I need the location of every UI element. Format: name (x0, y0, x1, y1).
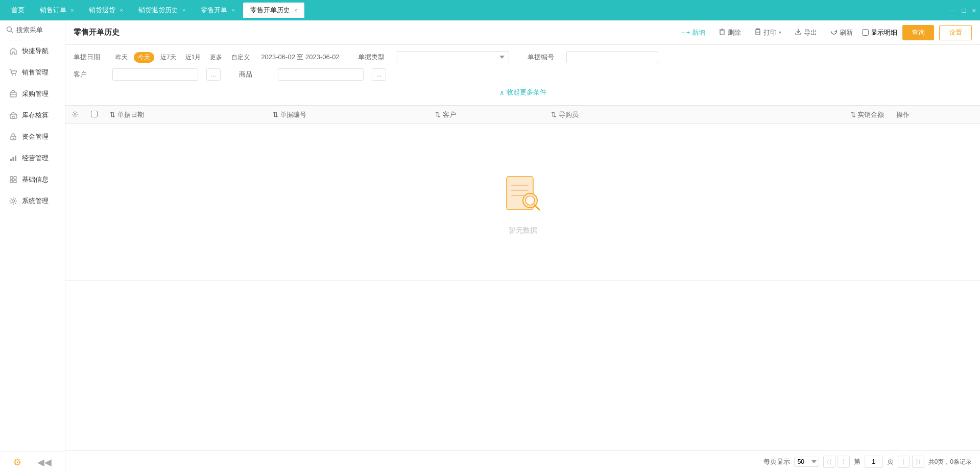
th-number[interactable]: ⇅ 单据编号 (267, 106, 429, 124)
tab-close-retail-open-history[interactable]: × (294, 7, 297, 13)
export-button[interactable]: 导出 (791, 26, 821, 39)
sidebar-item-stock-calc[interactable]: 库存核算 (0, 105, 65, 126)
svg-rect-12 (15, 156, 16, 161)
last-page-button[interactable]: ⟩⟩ (912, 456, 924, 468)
th-date-label: ⇅ 单据日期 (110, 111, 144, 118)
display-detail-checkbox[interactable] (862, 29, 869, 36)
tab-retail-open[interactable]: 零售开单 × (194, 3, 242, 18)
display-detail-label: 显示明细 (871, 28, 897, 37)
tab-sales-return[interactable]: 销货退货 × (82, 3, 130, 18)
th-amount-label: ⇅ 实销金额 (850, 111, 885, 118)
sidebar-item-purchase-mgmt[interactable]: 采购管理 (0, 83, 65, 105)
sidebar: 搜索采单 快捷导航 (0, 20, 65, 473)
svg-point-9 (13, 138, 14, 139)
filter-row-1: 单据日期 昨天 今天 近7天 近1月 更多 自定义 2023-06-02 至 2… (74, 51, 972, 63)
svg-rect-22 (756, 29, 759, 30)
sidebar-search[interactable]: 搜索采单 (0, 20, 65, 40)
shortcut-7days[interactable]: 近7天 (157, 52, 179, 63)
shortcut-more[interactable]: 更多 (207, 52, 225, 63)
svg-rect-14 (14, 177, 16, 179)
table-container: ⇅ 单据日期 ⇅ 单据编号 ⇅ 客户 ⇅ 导购员 ⇅ (65, 106, 980, 450)
page-number-input[interactable]: 1 (865, 456, 883, 468)
add-button[interactable]: ＋ + 新增 (676, 26, 709, 39)
sidebar-item-fund-mgmt[interactable]: 资金管理 (0, 126, 65, 147)
sidebar-item-sales-mgmt[interactable]: 销售管理 (0, 62, 65, 83)
page-word-end: 页 (887, 457, 894, 466)
svg-point-2 (12, 74, 13, 76)
sidebar-label-quick-nav: 快捷导航 (22, 46, 49, 56)
shortcut-1month[interactable]: 近1月 (182, 52, 204, 63)
export-icon (795, 28, 802, 37)
tab-close-sales-order[interactable]: × (70, 7, 74, 13)
sidebar-nav: 快捷导航 销售管理 (0, 40, 65, 451)
sidebar-item-quick-nav[interactable]: 快捷导航 (0, 40, 65, 62)
page-word: 第 (854, 457, 861, 466)
shortcut-yesterday[interactable]: 昨天 (112, 52, 131, 63)
query-button[interactable]: 查询 (902, 25, 934, 40)
shortcut-today[interactable]: 今天 (134, 52, 154, 63)
sidebar-bottom: ⚙ ◀◀ (0, 451, 65, 473)
empty-text: 暂无数据 (509, 226, 537, 235)
window-restore[interactable]: □ (962, 7, 966, 14)
sidebar-collapse-icon[interactable]: ◀◀ (37, 457, 52, 468)
tab-home[interactable]: 首页 (4, 3, 32, 18)
window-controls: — □ × (949, 7, 976, 14)
window-minimize[interactable]: — (949, 7, 956, 14)
svg-rect-10 (10, 159, 12, 161)
print-arrow-icon: ▾ (779, 30, 781, 35)
total-info: 共0页，0条记录 (928, 458, 972, 466)
page-title: 零售开单历史 (74, 28, 119, 37)
sidebar-label-sys-mgmt: 系统管理 (22, 196, 49, 206)
th-date[interactable]: ⇅ 单据日期 (104, 106, 267, 124)
th-customer[interactable]: ⇅ 客户 (429, 106, 545, 124)
th-amount[interactable]: ⇅ 实销金额 (728, 106, 891, 124)
shortcut-custom[interactable]: 自定义 (228, 52, 253, 63)
content-area: 零售开单历史 ＋ + 新增 删除 (65, 20, 980, 473)
next-page-button[interactable]: ⟩ (898, 456, 910, 468)
th-guide[interactable]: ⇅ 导购员 (545, 106, 684, 124)
goods-input[interactable] (278, 68, 364, 81)
per-page-label: 每页显示 (763, 457, 790, 466)
customer-input[interactable] (112, 68, 198, 81)
empty-icon (497, 169, 548, 220)
tab-close-retail-open[interactable]: × (231, 7, 234, 13)
table-body: 暂无数据 (65, 124, 980, 281)
select-all-checkbox[interactable] (91, 111, 98, 117)
display-detail-checkbox-group[interactable]: 显示明细 (862, 28, 897, 37)
collapse-more-button[interactable]: ∧ 收起更多条件 (74, 86, 972, 99)
setting-button[interactable]: 设置 (939, 25, 972, 40)
svg-point-23 (74, 113, 76, 115)
goods-label: 商品 (239, 70, 270, 79)
type-select[interactable] (397, 51, 509, 63)
number-input[interactable] (566, 51, 658, 63)
sidebar-search-label: 搜索采单 (16, 26, 43, 35)
print-button[interactable]: 打印 ▾ (750, 26, 785, 39)
goods-picker-button[interactable]: ... (372, 68, 386, 81)
empty-cell: 暂无数据 (65, 124, 980, 281)
customer-picker-button[interactable]: ... (206, 68, 221, 81)
tab-close-sales-return-history[interactable]: × (182, 7, 185, 13)
window-close[interactable]: × (972, 7, 976, 14)
th-action: 操作 (890, 106, 980, 124)
th-checkbox[interactable] (85, 106, 104, 124)
tab-close-sales-return[interactable]: × (119, 7, 123, 13)
sidebar-label-ops-mgmt: 经营管理 (22, 154, 49, 163)
per-page-select[interactable]: 50 100 200 (794, 457, 819, 467)
th-settings[interactable] (65, 106, 85, 124)
sidebar-item-basic-info[interactable]: 基础信息 (0, 169, 65, 190)
sidebar-settings-icon[interactable]: ⚙ (13, 457, 21, 468)
date-label: 单据日期 (74, 53, 104, 62)
tab-sales-return-history[interactable]: 销货退货历史 × (131, 3, 193, 18)
tab-retail-open-history[interactable]: 零售开单历史 × (243, 3, 304, 18)
prev-page-button[interactable]: ⟨ (838, 456, 850, 468)
tab-sales-order[interactable]: 销售订单 × (33, 3, 81, 18)
sidebar-item-sys-mgmt[interactable]: 系统管理 (0, 190, 65, 212)
delete-button[interactable]: 删除 (714, 26, 745, 39)
refresh-button[interactable]: 刷新 (826, 26, 857, 39)
empty-row: 暂无数据 (65, 124, 980, 281)
type-select-wrapper (397, 51, 509, 63)
sidebar-item-ops-mgmt[interactable]: 经营管理 (0, 147, 65, 169)
svg-rect-11 (13, 157, 14, 161)
th-guide-label: ⇅ 导购员 (551, 111, 579, 118)
first-page-button[interactable]: ⟨⟨ (823, 456, 835, 468)
